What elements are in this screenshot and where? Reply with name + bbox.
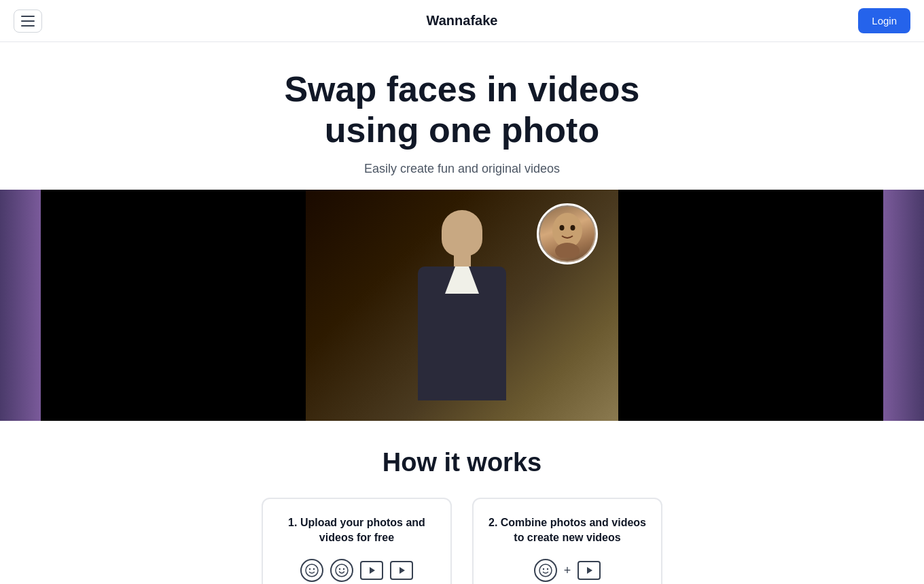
hamburger-line-1 [21, 16, 35, 17]
video-section [0, 190, 924, 421]
svg-point-7 [336, 564, 348, 577]
person-head [442, 210, 482, 257]
svg-point-8 [339, 568, 340, 570]
person-body [418, 267, 506, 360]
svg-point-12 [539, 564, 552, 577]
how-it-works-section: How it works 1. Upload your photos and v… [0, 421, 924, 584]
play-icon-row1 [578, 561, 601, 580]
card1-icons [277, 559, 437, 582]
hamburger-menu-button[interactable] [14, 10, 42, 33]
card1-title: 1. Upload your photos and videos for fre… [277, 515, 437, 546]
hero-section: Swap faces in videos using one photo Eas… [0, 42, 924, 190]
svg-point-14 [547, 568, 548, 570]
svg-point-2 [571, 225, 575, 230]
photo-overlay-circle [537, 203, 598, 264]
video-icon-2 [390, 561, 413, 580]
person-neck [454, 253, 471, 267]
leg-right [465, 360, 506, 400]
face-svg [544, 210, 591, 258]
hamburger-line-2 [21, 20, 35, 22]
video-bg-left [0, 190, 41, 421]
smile-icon-1 [300, 559, 323, 582]
video-icon-1 [360, 561, 383, 580]
hero-subtitle: Easily create fun and original videos [14, 162, 910, 176]
svg-point-1 [560, 225, 565, 230]
svg-marker-10 [370, 567, 375, 574]
hero-title: Swap faces in videos using one photo [14, 69, 910, 151]
face-photo [540, 207, 594, 261]
app-title: Wannafake [427, 13, 498, 29]
person-collar [445, 267, 479, 294]
svg-point-13 [543, 568, 544, 570]
svg-marker-15 [587, 567, 592, 574]
video-inner [306, 190, 618, 421]
section-title: How it works [14, 448, 910, 477]
svg-marker-11 [399, 567, 405, 574]
video-bg-right [883, 190, 924, 421]
person-legs [418, 360, 506, 400]
svg-point-9 [343, 568, 344, 570]
header: Wannafake Login [0, 0, 924, 42]
plus-icon-row1: + [564, 564, 571, 578]
card-combine: 2. Combine photos and videos to create n… [472, 498, 662, 584]
svg-point-6 [313, 568, 315, 570]
card2-row1: + [487, 559, 647, 582]
smile-icon-row1 [534, 559, 557, 582]
cards-container: 1. Upload your photos and videos for fre… [14, 498, 910, 584]
svg-point-4 [306, 564, 318, 577]
hero-title-line1: Swap faces in videos [284, 69, 639, 109]
hero-title-line2: using one photo [325, 110, 599, 150]
svg-point-5 [309, 568, 310, 570]
login-button[interactable]: Login [858, 8, 910, 33]
card-upload: 1. Upload your photos and videos for fre… [262, 498, 452, 584]
smile-icon-2 [330, 559, 353, 582]
person-figure [394, 210, 530, 400]
leg-left [418, 360, 459, 400]
hamburger-line-3 [21, 25, 35, 27]
card2-title: 2. Combine photos and videos to create n… [487, 515, 647, 546]
